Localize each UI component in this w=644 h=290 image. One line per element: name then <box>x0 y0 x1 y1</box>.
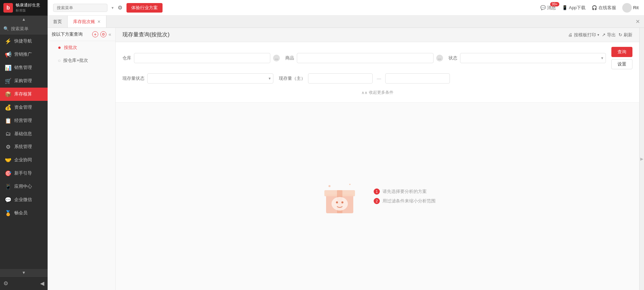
sidebar-search[interactable]: 🔍 搜索菜单 <box>0 23 48 35</box>
refresh-btn[interactable]: ↻ 刷新 <box>618 32 632 38</box>
messages-btn[interactable]: 💬 消息 99+ <box>540 5 556 11</box>
sidebar-scroll-up[interactable]: ▲ <box>0 16 48 23</box>
stock-amount-label: 现存量（主） <box>279 75 305 81</box>
sidebar-item-marketing[interactable]: 📢 营销推广 <box>0 48 48 61</box>
top-bar-right: 💬 消息 99+ 📱 App下载 🎧 在线客服 Rit <box>540 3 639 13</box>
tab-panel-close-btn[interactable]: ✕ <box>631 18 644 25</box>
sidebar-item-quick-nav[interactable]: ⚡ 快捷导航 <box>0 35 48 48</box>
filter-panel-title: 按以下方案查询 <box>52 31 83 37</box>
form-row-2: 现存量状态 ▾ 现存量（主） — <box>122 73 632 84</box>
svg-point-6 <box>328 185 331 187</box>
top-search-input[interactable] <box>53 4 107 12</box>
enterprise-icon: 🤝 <box>5 157 12 163</box>
operation-icon: 📋 <box>5 117 12 124</box>
basic-icon: 🗂 <box>5 131 12 137</box>
warehouse-label: 仓库 <box>122 55 131 61</box>
message-badge: 99+ <box>550 2 559 6</box>
user-avatar-area[interactable]: Rit <box>622 3 639 13</box>
member-icon: 🏅 <box>5 210 12 216</box>
right-sidebar-handle[interactable]: ▶ <box>639 28 644 290</box>
experience-btn[interactable]: 体验行业方案 <box>126 3 163 13</box>
home-tab-label: 首页 <box>53 19 62 25</box>
filter-item-inactive-icon: ○ <box>58 58 61 63</box>
sidebar-item-member[interactable]: 🏅 畅会员 <box>0 206 48 220</box>
basic-label: 基础信息 <box>14 131 32 137</box>
collapse-sidebar-icon[interactable]: ◀ <box>40 280 44 287</box>
stock-amount-to-input[interactable] <box>385 73 450 84</box>
warehouse-input[interactable] <box>134 53 270 63</box>
stock-status-select[interactable] <box>147 73 273 84</box>
purchase-icon: 🛒 <box>5 78 12 84</box>
form-action-buttons: 查询 设置 <box>611 47 632 69</box>
message-icon: 💬 <box>540 5 546 10</box>
sidebar-item-inventory[interactable]: 📦 库存核算 <box>0 88 48 101</box>
sidebar-nav: ⚡ 快捷导航 📢 营销推广 📊 销售管理 🛒 采购管理 📦 库存核算 💰 资金管… <box>0 35 48 269</box>
inventory-icon: 📦 <box>5 91 12 97</box>
collapse-up-icon: ∧∧ <box>361 90 368 95</box>
filter-item-by-batch[interactable]: ● 按批次 <box>48 41 115 54</box>
goods-input[interactable] <box>297 53 433 63</box>
print-btn[interactable]: 🖨 按模板打印 ▾ <box>568 32 599 38</box>
sidebar-scroll-down[interactable]: ▼ <box>0 269 48 276</box>
settings-footer-icon[interactable]: ⚙ <box>3 280 8 287</box>
sidebar-item-finance[interactable]: 💰 资金管理 <box>0 101 48 114</box>
app-logo: b <box>3 3 13 13</box>
filter-item-active-icon: ● <box>58 44 61 51</box>
sidebar-item-newbie[interactable]: 🎯 新手引导 <box>0 167 48 180</box>
filter-item-by-warehouse-batch[interactable]: ○ 按仓库+批次 <box>48 54 115 67</box>
sidebar-item-purchase[interactable]: 🛒 采购管理 <box>0 74 48 88</box>
user-name: Rit <box>633 5 639 10</box>
warehouse-more-btn[interactable]: ... <box>273 55 280 61</box>
sidebar-item-weixin[interactable]: 💬 企业微信 <box>0 193 48 206</box>
filter-settings-btn[interactable]: ⚙ <box>100 31 106 37</box>
tab-inventory-batch[interactable]: 库存批次账 ✕ <box>68 16 106 28</box>
marketing-label: 营销推广 <box>14 51 32 57</box>
sales-label: 销售管理 <box>14 65 32 71</box>
sidebar-item-enterprise[interactable]: 🤝 企业协同 <box>0 153 48 167</box>
tab-close-icon[interactable]: ✕ <box>97 20 101 24</box>
filter-panel-actions: + ⚙ « <box>92 31 111 37</box>
app-download-btn[interactable]: 📱 App下载 <box>562 5 586 11</box>
query-btn[interactable]: 查询 <box>611 47 632 57</box>
filter-item-label-2: 按仓库+批次 <box>63 57 88 64</box>
status-select[interactable] <box>460 53 606 63</box>
tab-bar: 首页 库存批次账 ✕ ✕ <box>48 16 644 28</box>
online-service-btn[interactable]: 🎧 在线客服 <box>592 5 616 11</box>
purchase-label: 采购管理 <box>14 78 32 84</box>
empty-svg-icon <box>319 176 360 217</box>
stock-amount-from-input[interactable] <box>308 73 373 84</box>
goods-field: 商品 ... <box>285 53 443 63</box>
inventory-batch-tab-label: 库存批次账 <box>73 19 95 25</box>
top-gear-icon[interactable]: ⚙ <box>118 4 122 11</box>
tab-home[interactable]: 首页 <box>48 16 68 28</box>
svg-point-8 <box>353 192 354 194</box>
svg-point-4 <box>336 201 338 203</box>
enterprise-label: 企业协同 <box>14 157 32 163</box>
main-area: ▾ ⚙ 体验行业方案 💬 消息 99+ 📱 App下载 🎧 在线客服 Rit <box>48 0 644 290</box>
right-content: 现存量查询(按批次) 🖨 按模板打印 ▾ ↗ 导出 ↻ 刷新 <box>116 28 639 290</box>
search-chevron-icon[interactable]: ▾ <box>112 5 114 10</box>
member-label: 畅会员 <box>14 210 28 216</box>
export-btn[interactable]: ↗ 导出 <box>602 32 616 38</box>
tip-text-1: 请先选择要分析的方案 <box>383 188 427 195</box>
online-service-label: 在线客服 <box>598 5 616 11</box>
stock-amount-separator: — <box>375 76 383 81</box>
tip-num-2: 2 <box>374 198 380 204</box>
sidebar-item-system[interactable]: ⚙ 系统管理 <box>0 140 48 153</box>
settings-btn[interactable]: 设置 <box>611 59 632 69</box>
svg-point-5 <box>341 201 343 203</box>
sidebar-item-basic[interactable]: 🗂 基础信息 <box>0 127 48 140</box>
export-label: 导出 <box>607 32 616 38</box>
filter-add-btn[interactable]: + <box>92 31 98 37</box>
collapse-more-btn[interactable]: ∧∧ 收起更多条件 <box>122 88 632 97</box>
sidebar-item-operation[interactable]: 📋 经营管理 <box>0 114 48 127</box>
sidebar-item-app-center[interactable]: 📱 应用中心 <box>0 180 48 193</box>
goods-label: 商品 <box>285 55 294 61</box>
app-info: 畅康通好生意 标准版 <box>16 3 40 13</box>
goods-more-btn[interactable]: ... <box>436 55 443 61</box>
refresh-label: 刷新 <box>624 32 632 38</box>
sidebar-item-sales[interactable]: 📊 销售管理 <box>0 61 48 74</box>
system-label: 系统管理 <box>14 144 32 150</box>
finance-label: 资金管理 <box>14 104 32 110</box>
filter-collapse-icon[interactable]: « <box>108 32 111 37</box>
